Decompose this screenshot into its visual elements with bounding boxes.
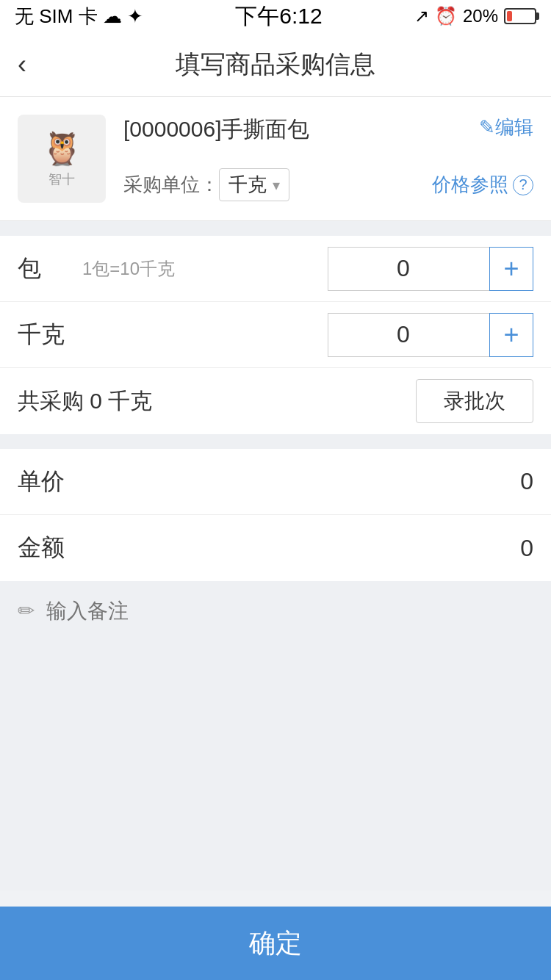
unit-value: 千克 xyxy=(228,172,267,198)
carrier-info: 无 SIM 卡 ☁ ✦ xyxy=(15,4,143,29)
summary-row: 共采购 0 千克 录批次 xyxy=(0,368,551,434)
total-quantity-text: 共采购 0 千克 xyxy=(18,386,152,417)
section-divider-2 xyxy=(0,434,551,449)
kg-quantity-control: + xyxy=(328,313,533,357)
input-section: 包 1包=10千克 + 千克 + xyxy=(0,236,551,368)
battery-fill xyxy=(507,11,512,21)
nav-bar: ‹ 填写商品采购信息 xyxy=(0,32,551,97)
kg-plus-button[interactable]: + xyxy=(489,313,533,357)
question-icon: ? xyxy=(513,175,533,195)
note-input[interactable] xyxy=(46,599,533,623)
unit-price-label: 单价 xyxy=(18,466,65,498)
product-name: [0000006]手撕面包 xyxy=(123,115,309,145)
battery-area: ↗ ⏰ 20% xyxy=(414,6,536,26)
unit-label: 采购单位： xyxy=(123,172,219,198)
back-button[interactable]: ‹ xyxy=(18,49,26,80)
bag-label: 包 xyxy=(18,253,76,285)
price-section: 单价 0 金额 0 xyxy=(0,449,551,581)
amount-label: 金额 xyxy=(18,532,65,564)
price-reference-button[interactable]: 价格参照 ? xyxy=(432,172,533,198)
product-unit-row: 采购单位： 千克 ▾ 价格参照 ? xyxy=(123,168,533,201)
section-divider-1 xyxy=(0,221,551,236)
kg-input-row: 千克 + xyxy=(0,302,551,368)
unit-price-row: 单价 0 xyxy=(0,449,551,515)
product-owl-icon: 🦉 xyxy=(42,129,82,167)
carrier-text: 无 SIM 卡 xyxy=(15,5,98,27)
time-display: 下午6:12 xyxy=(235,1,322,32)
wifi-icon: ☁ ✦ xyxy=(103,5,143,27)
bag-quantity-control: + xyxy=(328,247,533,291)
bag-sublabel: 1包=10千克 xyxy=(82,257,175,281)
amount-row: 金额 0 xyxy=(0,515,551,581)
record-batch-button[interactable]: 录批次 xyxy=(416,379,533,423)
chevron-down-icon: ▾ xyxy=(273,176,280,194)
product-top-row: [0000006]手撕面包 ✎编辑 xyxy=(123,115,533,156)
bag-plus-button[interactable]: + xyxy=(489,247,533,291)
kg-quantity-input[interactable] xyxy=(328,313,489,357)
battery-icon xyxy=(504,8,536,24)
note-section: ✏ xyxy=(0,581,551,641)
bag-input-row: 包 1包=10千克 + xyxy=(0,236,551,302)
battery-percentage: 20% xyxy=(463,6,498,26)
product-image: 🦉 智十 xyxy=(18,115,106,203)
confirm-button[interactable]: 确定 xyxy=(0,907,551,980)
location-icon: ↗ xyxy=(414,6,429,26)
product-card: 🦉 智十 [0000006]手撕面包 ✎编辑 采购单位： 千克 ▾ 价格参照 ? xyxy=(0,97,551,221)
product-info: [0000006]手撕面包 ✎编辑 采购单位： 千克 ▾ 价格参照 ? xyxy=(123,115,533,201)
bag-quantity-input[interactable] xyxy=(328,247,489,291)
unit-selector-area: 采购单位： 千克 ▾ xyxy=(123,168,289,201)
product-brand-label: 智十 xyxy=(48,170,75,188)
page-title: 填写商品采购信息 xyxy=(176,48,375,82)
status-bar: 无 SIM 卡 ☁ ✦ 下午6:12 ↗ ⏰ 20% xyxy=(0,0,551,32)
amount-value: 0 xyxy=(520,535,533,562)
unit-select[interactable]: 千克 ▾ xyxy=(219,168,289,201)
kg-label: 千克 xyxy=(18,319,76,351)
edit-button[interactable]: ✎编辑 xyxy=(479,115,533,140)
unit-price-value: 0 xyxy=(520,468,533,495)
confirm-button-label: 确定 xyxy=(249,926,302,962)
pencil-icon: ✏ xyxy=(18,599,35,623)
alarm-icon: ⏰ xyxy=(435,6,457,26)
main-content-area xyxy=(0,641,551,890)
